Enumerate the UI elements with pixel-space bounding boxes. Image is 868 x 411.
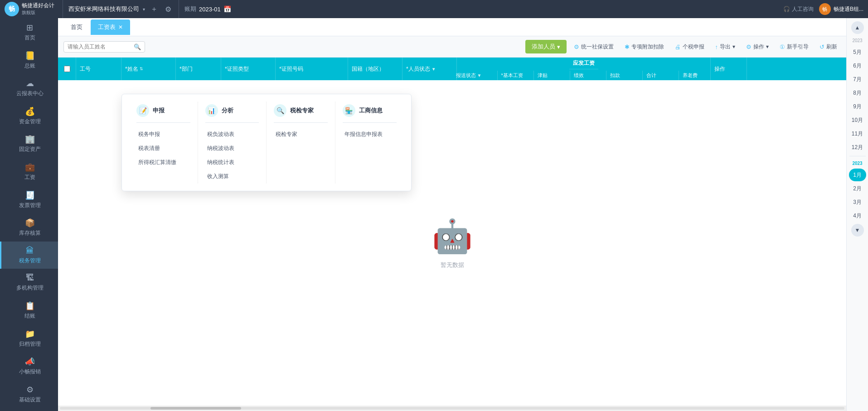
cal-month-1-active[interactable]: 1月 — [849, 169, 866, 181]
cal-nav-down[interactable]: ▼ — [851, 224, 864, 237]
dropdown-section-declare: 📝 申报 税务申报 税表清册 所得税汇算清缴 — [129, 102, 198, 184]
company-area[interactable]: 西安虾米网络科技有限公司 ▾ ＋ ⚙ — [63, 0, 179, 18]
th-performance-sub: 绩效 — [574, 73, 584, 78]
multi-org-icon: 🏗 — [26, 273, 34, 283]
sidebar-item-guide[interactable]: ✦ 新手引导 — [0, 408, 58, 411]
sidebar-label-fixed-assets: 固定资产 — [19, 146, 41, 153]
scroll-thumb[interactable] — [150, 407, 241, 410]
th-id: 工号 — [76, 58, 121, 80]
header-right: 🎧 人工咨询 畅 畅捷通B组... — [783, 3, 863, 15]
sidebar-item-cloud-report[interactable]: ☁ 云报表中心 — [0, 74, 58, 102]
th-base-salary-sub: *基本工资 — [501, 73, 523, 78]
tax-expert-section-icon: 🔍 — [274, 104, 286, 117]
th-report-status: 报送状态 — [456, 73, 476, 78]
avatar: 畅 — [819, 3, 831, 15]
operate-btn[interactable]: ⚙ 操作 ▾ — [742, 41, 772, 53]
sidebar-item-fixed-assets[interactable]: 🏢 固定资产 — [0, 130, 58, 158]
dropdown-section-header-biz-info: 🏪 工商信息 — [343, 102, 397, 123]
export-btn[interactable]: ↑ 导出 ▾ — [712, 41, 739, 53]
dropdown-item-tax-table[interactable]: 税表清册 — [136, 141, 190, 155]
sidebar: ⊞ 首页 📒 总账 ☁ 云报表中心 💰 资金管理 🏢 固定资产 💼 工资 🧾 发… — [0, 18, 58, 411]
sidebar-item-closing[interactable]: 📋 结账 — [0, 296, 58, 324]
cal-month-7[interactable]: 7月 — [849, 73, 866, 86]
select-all-checkbox[interactable] — [64, 66, 70, 72]
cal-month-3[interactable]: 3月 — [849, 196, 866, 208]
sidebar-item-tax[interactable]: 🏛 税务管理 — [0, 242, 58, 269]
tax-icon: 🏛 — [26, 246, 34, 256]
th-dept: *部门 — [176, 58, 221, 80]
sidebar-item-ledger[interactable]: 📒 总账 — [0, 46, 58, 74]
sidebar-label-ledger: 总账 — [24, 63, 35, 70]
scroll-track — [60, 407, 844, 410]
cal-year-2023-label: 2023 — [849, 36, 866, 45]
social-security-label: 统一社保设置 — [581, 43, 614, 51]
sidebar-item-xiaochang[interactable]: 📣 小畅报销 — [0, 352, 58, 380]
support-btn[interactable]: 🎧 人工咨询 — [783, 5, 814, 13]
dropdown-item-tax-declare[interactable]: 税务申报 — [136, 127, 190, 141]
dropdown-item-tax-wave[interactable]: 纳税波动表 — [205, 141, 259, 155]
tab-home-label: 首页 — [71, 24, 82, 30]
add-people-arrow-icon: ▾ — [557, 44, 560, 50]
invoice-icon: 🧾 — [25, 190, 35, 200]
status-filter-icon[interactable]: ▼ — [432, 67, 436, 72]
sidebar-item-invoice[interactable]: 🧾 发票管理 — [0, 186, 58, 214]
sidebar-item-multi-org[interactable]: 🏗 多机构管理 — [0, 269, 58, 296]
analysis-section-title: 分析 — [222, 106, 233, 115]
tab-salary[interactable]: 工资表 ✕ — [91, 19, 130, 35]
calendar-icon[interactable]: 📅 — [223, 5, 231, 13]
user-area[interactable]: 畅 畅捷通B组... — [819, 3, 863, 15]
search-input[interactable] — [68, 44, 131, 50]
dropdown-section-analysis: 📊 分析 税负波动表 纳税波动表 纳税统计表 收入测算 — [198, 102, 267, 184]
guide-btn[interactable]: ① 新手引导 — [776, 41, 812, 53]
refresh-label: 刷新 — [826, 43, 837, 51]
refresh-btn[interactable]: ↺ 刷新 — [816, 41, 841, 53]
dropdown-item-income-calc2[interactable]: 收入测算 — [205, 169, 259, 184]
cal-month-5[interactable]: 5月 — [849, 46, 866, 58]
th-total-sub: 合计 — [646, 73, 656, 78]
cal-nav-up[interactable]: ▲ — [851, 21, 864, 34]
settings-icon[interactable]: ⚙ — [163, 3, 173, 15]
cal-month-8[interactable]: 8月 — [849, 87, 866, 99]
dropdown-item-annual-report[interactable]: 年报信息申报表 — [343, 127, 397, 141]
cal-month-2[interactable]: 2月 — [849, 182, 866, 195]
tax-declare-btn[interactable]: 🖨 个税申报 — [671, 41, 708, 53]
th-operate-label: 操作 — [714, 65, 725, 73]
special-deduct-icon: ✱ — [625, 44, 630, 50]
sidebar-item-fund[interactable]: 💰 资金管理 — [0, 102, 58, 130]
dropdown-item-income-calc-label: 所得税汇算清缴 — [138, 159, 176, 165]
export-icon: ↑ — [715, 44, 718, 50]
th-checkbox-cell — [58, 58, 76, 80]
cal-month-12[interactable]: 12月 — [849, 141, 866, 154]
special-deduct-label: 专项附加扣除 — [631, 43, 664, 51]
th-subsidy-sub: 津贴 — [538, 73, 548, 78]
report-filter-icon[interactable]: ▼ — [477, 73, 482, 78]
tab-salary-close[interactable]: ✕ — [118, 24, 123, 30]
add-people-button[interactable]: 添加人员 ▾ — [525, 40, 567, 53]
cal-month-6[interactable]: 6月 — [849, 59, 866, 72]
add-company-btn[interactable]: ＋ — [149, 3, 160, 16]
sidebar-item-basic[interactable]: ⚙ 基础设置 — [0, 380, 58, 408]
horizontal-scrollbar[interactable] — [58, 406, 846, 411]
table-header-row1: 工号 *姓名 ⇅ *部门 *证照类型 *证照号码 — [58, 58, 846, 80]
dropdown-item-tax-stat[interactable]: 纳税统计表 — [205, 155, 259, 169]
dropdown-item-tax-check[interactable]: 税检专家 — [274, 127, 328, 141]
ledger-icon: 📒 — [25, 51, 35, 61]
special-deduct-btn[interactable]: ✱ 专项附加扣除 — [621, 41, 668, 53]
cal-month-9[interactable]: 9月 — [849, 100, 866, 113]
sidebar-label-closing: 结账 — [24, 313, 35, 320]
dropdown-section-tax-expert: 🔍 税检专家 税检专家 — [267, 102, 335, 184]
social-security-btn[interactable]: ⚙ 统一社保设置 — [570, 41, 617, 53]
tab-home[interactable]: 首页 — [63, 19, 90, 35]
dropdown-item-income-calc[interactable]: 所得税汇算清缴 — [136, 155, 190, 169]
sidebar-item-archive[interactable]: 📁 归档管理 — [0, 324, 58, 353]
sidebar-item-inventory[interactable]: 📦 库存核算 — [0, 213, 58, 242]
cal-month-11[interactable]: 11月 — [849, 127, 866, 140]
sidebar-item-salary[interactable]: 💼 工资 — [0, 158, 58, 186]
cal-month-4[interactable]: 4月 — [849, 209, 866, 222]
dropdown-item-tax-burden[interactable]: 税负波动表 — [205, 127, 259, 141]
sidebar-item-home[interactable]: ⊞ 首页 — [0, 18, 58, 46]
dropdown-item-tax-burden-label: 税负波动表 — [207, 131, 234, 137]
biz-info-section-icon: 🏪 — [343, 104, 355, 117]
app-sub: 旗舰版 — [22, 10, 54, 16]
cal-month-10[interactable]: 10月 — [849, 114, 866, 126]
